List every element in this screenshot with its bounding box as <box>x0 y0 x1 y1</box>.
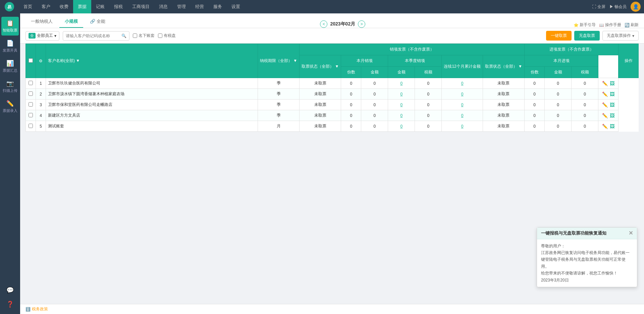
search-box: 🔍 <box>63 31 129 41</box>
employee-tag: 全 <box>29 33 36 39</box>
row-s-m-amount-1: 0 <box>361 89 388 100</box>
refresh-btn[interactable]: 🔄 刷新 <box>625 22 639 28</box>
view-icon-0[interactable]: 🖼 <box>610 81 614 86</box>
filter-icon-purchase-status[interactable]: ▼ <box>518 64 522 69</box>
row-period-0: 季 <box>258 78 299 89</box>
row-s-q-amount-1: 0 <box>388 89 415 100</box>
sidebar-item-invoice-summary[interactable]: 📊 票据汇总 <box>1 57 19 76</box>
period-label: 2023年02月 <box>330 21 355 27</box>
view-icon-3[interactable]: 🖼 <box>610 113 614 118</box>
nav-business[interactable]: 工商项目 <box>127 0 154 13</box>
nav-operation[interactable]: 经营 <box>191 0 209 13</box>
sales-fetch-status-header: 取票状态（全部） ▼ <box>300 55 341 78</box>
row-checkbox-1[interactable] <box>29 91 33 96</box>
period-prev-btn[interactable]: < <box>320 20 327 28</box>
row-ops-3: ✏️ 🖼 <box>598 110 619 121</box>
name-account-checkbox[interactable]: 名下账套 <box>133 33 155 39</box>
view-icon-4[interactable]: 🖼 <box>610 124 614 129</box>
edit-icon-1[interactable]: ✏️ <box>602 91 608 97</box>
row-checkbox-3[interactable] <box>29 113 33 117</box>
nav-invoice[interactable]: 票据 <box>73 0 91 13</box>
nav-admin[interactable]: 管理 <box>172 0 191 13</box>
row-period-1: 季 <box>258 89 299 100</box>
select-all-checkbox[interactable] <box>29 58 33 63</box>
filter-icon-period[interactable]: ▼ <box>293 58 297 63</box>
row-s-m-amount-0: 0 <box>361 78 388 89</box>
top-nav-right: ⛶ 全屏 ▶ 畅会员 👤 <box>592 2 641 12</box>
tab-all-in-one[interactable]: 🔗 全能 <box>85 15 111 28</box>
filter-icon-sales-status[interactable]: ▼ <box>335 64 339 69</box>
sales-month-amount-header: 金额 <box>361 67 388 78</box>
nav-client[interactable]: 客户 <box>37 0 55 13</box>
no-disk-fetch-btn[interactable]: 无盘取票 <box>574 31 600 41</box>
sidebar-item-smart-fetch[interactable]: 📋 智能取票 <box>1 17 19 36</box>
row-ops-2: ✏️ 🖼 <box>598 100 619 110</box>
edit-icon-3[interactable]: ✏️ <box>602 113 608 118</box>
sidebar-item-scan-upload[interactable]: 📷 扫描上传 <box>1 77 19 96</box>
row-sales-status-0: 未取票 <box>300 78 341 89</box>
row-purchase-status-1: 未取票 <box>483 89 524 100</box>
nav-tax[interactable]: 报税 <box>109 0 127 13</box>
notification-header: 一键报税与无盘取票功能恢复通知 ✕ <box>537 228 637 239</box>
edit-icon-2[interactable]: ✏️ <box>602 102 608 108</box>
fullscreen-btn[interactable]: ⛶ 全屏 <box>592 4 605 10</box>
row-s-q-tax-3: 0 <box>415 110 442 121</box>
user-avatar[interactable]: 👤 <box>631 2 641 12</box>
employee-select[interactable]: 全 全部员工 ▾ <box>25 31 59 41</box>
row-checkbox-0[interactable] <box>29 81 33 85</box>
row-p-m-count-4: 0 <box>525 121 545 132</box>
table-row: 2 卫辉市汲水镇下圆湾香烟薯木种植家庭农场 季 未取票 0 0 0 0 0 未取… <box>26 89 639 100</box>
row-checkbox-2[interactable] <box>29 102 33 107</box>
row-p-m-tax-4: 0 <box>572 121 598 132</box>
period-next-btn[interactable]: > <box>358 20 365 28</box>
nav-home[interactable]: 首页 <box>19 0 37 13</box>
row-purchase-status-4: 未取票 <box>483 121 524 132</box>
table-body: 1 卫辉市玖玖健合医药有限公司 季 未取票 0 0 0 0 0 未取票 0 0 … <box>26 78 639 132</box>
nav-fee[interactable]: 收费 <box>55 0 73 13</box>
nav-message[interactable]: 消息 <box>154 0 172 13</box>
sidebar-item-help[interactable]: ❓ <box>1 298 19 311</box>
period-col-header: 纳税期限（全部） ▼ <box>258 44 299 78</box>
notification-close-btn[interactable]: ✕ <box>629 231 633 236</box>
nav-items: 首页 客户 收费 票据 记账 报税 工商项目 消息 管理 经营 服务 设置 <box>19 0 245 13</box>
nav-settings[interactable]: 设置 <box>227 0 245 13</box>
no-disk-ops-label: 无盘取票操作 <box>607 33 631 39</box>
no-disk-ops-btn[interactable]: 无盘取票操作 ▾ <box>602 31 639 41</box>
sidebar-item-invoice-entry[interactable]: ✏️ 票据录入 <box>1 97 19 116</box>
table-row: 4 新建区方方文具店 季 未取票 0 0 0 0 0 未取票 0 0 0 ✏️ … <box>26 110 639 121</box>
nav-service[interactable]: 服务 <box>209 0 227 13</box>
vip-btn[interactable]: ▶ 畅会员 <box>609 4 627 10</box>
row-s-q-tax-1: 0 <box>415 89 442 100</box>
tab-small-scale[interactable]: 小规模 <box>59 15 83 28</box>
top-nav: 易 首页 客户 收费 票据 记账 报税 工商项目 消息 管理 经营 服务 设置 … <box>0 0 644 13</box>
has-tax-disk-checkbox[interactable]: 有税盘 <box>158 33 176 39</box>
row-p-m-amount-1: 0 <box>545 89 572 100</box>
search-icon[interactable]: 🔍 <box>121 34 126 38</box>
manual-btn[interactable]: 📖 操作手册 <box>599 22 621 28</box>
sidebar-item-invoice-open[interactable]: 📄 发票开具 <box>1 37 19 56</box>
view-icon-1[interactable]: 🖼 <box>610 91 614 97</box>
filter-icon-client[interactable]: ▼ <box>76 58 80 63</box>
new-guide-btn[interactable]: ⭐ 新手引导 <box>574 22 596 28</box>
svg-text:易: 易 <box>7 5 11 9</box>
invoice-entry-icon: ✏️ <box>6 100 14 107</box>
action-buttons: 一键取票 无盘取票 无盘取票操作 ▾ <box>546 31 639 41</box>
sidebar-item-feedback[interactable]: 💬 <box>1 284 19 297</box>
view-icon-2[interactable]: 🖼 <box>610 102 614 108</box>
table-row: 5 测试账套 月 未取票 0 0 0 0 0 未取票 0 0 0 ✏️ 🖼 <box>26 121 639 132</box>
tab-general-taxpayer[interactable]: 一般纳税人 <box>25 15 58 28</box>
search-input[interactable] <box>66 34 119 38</box>
row-p-m-tax-1: 0 <box>572 89 598 100</box>
edit-icon-0[interactable]: ✏️ <box>602 81 608 86</box>
has-tax-disk-check[interactable] <box>158 34 162 38</box>
row-p-m-count-2: 0 <box>525 100 545 110</box>
row-s-q-amount-0: 0 <box>388 78 415 89</box>
row-checkbox-4[interactable] <box>29 124 33 128</box>
nav-accounting[interactable]: 记账 <box>91 0 109 13</box>
name-account-check[interactable] <box>133 34 137 38</box>
tab-bar: 一般纳税人 小规模 🔗 全能 < 2023年02月 > ⭐ 新手引导 📖 操作手… <box>20 13 644 28</box>
one-click-fetch-btn[interactable]: 一键取票 <box>546 31 572 41</box>
link-icon: 🔗 <box>90 19 97 24</box>
tax-policy-link[interactable]: 税务政策 <box>32 306 48 312</box>
edit-icon-4[interactable]: ✏️ <box>602 124 608 129</box>
